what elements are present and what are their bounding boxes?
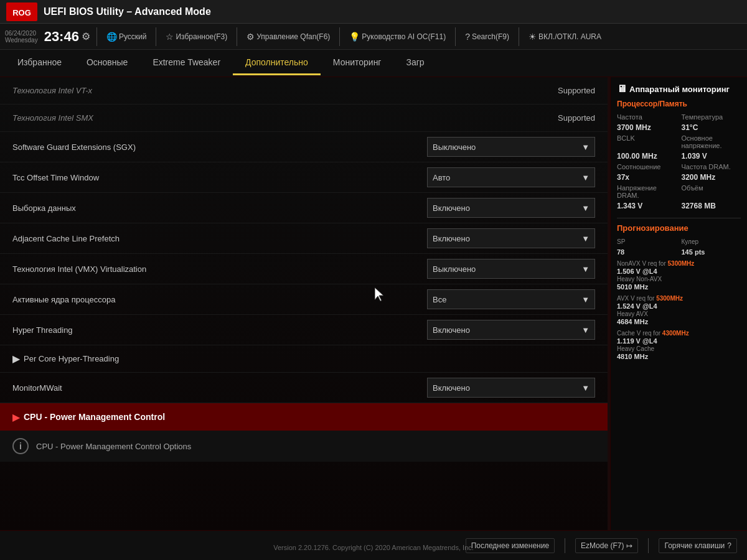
cache-label: Cache V req for 4300MHz [617, 329, 741, 337]
dram-voltage-value: 1.343 V [617, 202, 677, 210]
last-change-button[interactable]: Последнее изменение [466, 538, 555, 553]
data-sampling-value: Включено [433, 203, 470, 213]
aura-label: ВКЛ./ОТКЛ. AURA [538, 32, 601, 41]
forecast-grid: SP Кулер 78 145 pts [617, 238, 741, 256]
non-avx-label: NonAVX V req for 5300MHz [617, 259, 741, 268]
heavy-non-avx-value: 5010 MHz [617, 283, 741, 291]
freq-label: Частота [617, 113, 677, 121]
tcc-dropdown-arrow-icon: ▼ [581, 173, 590, 182]
adjacent-cache-label: Adjacent Cache Line Prefetch [12, 234, 427, 243]
hyper-threading-arrow-icon: ▼ [581, 325, 590, 335]
dram-voltage-label: Напряжение DRAM. [617, 184, 677, 199]
setting-active-cores: Активные ядра процессора Все ▼ [0, 284, 608, 315]
fan-icon: ⚙ [247, 32, 255, 42]
vmx-value: Выключено [433, 264, 476, 274]
monitor-mwait-select[interactable]: Включено ▼ [427, 378, 595, 398]
heavy-cache-value: 4810 MHz [617, 353, 741, 360]
sidebar-divider [617, 218, 741, 218]
cpu-power-mgmt-section[interactable]: ▶ CPU - Power Management Control [0, 403, 608, 431]
cache-row: Cache V req for 4300MHz 1.119 V @L4 Heav… [617, 329, 741, 360]
dram-size-label: Объём [682, 184, 741, 199]
adjacent-cache-select[interactable]: Включено ▼ [427, 228, 595, 248]
last-change-label: Последнее изменение [471, 541, 549, 550]
date-label: 06/24/2020Wednesday [5, 30, 38, 44]
tcc-select[interactable]: Авто ▼ [427, 167, 595, 187]
dram-freq-value: 3200 MHz [682, 173, 741, 182]
bclk-label: BCLK [617, 134, 677, 149]
cooler-value: 145 pts [682, 248, 741, 256]
settings-icon[interactable]: ⚙ [82, 30, 90, 42]
hardware-monitor-title: 🖥 Аппаратный мониторинг [617, 83, 741, 95]
hyper-threading-select[interactable]: Включено ▼ [427, 320, 595, 340]
ezmode-button[interactable]: EzMode (F7) ↦ [575, 538, 638, 553]
aura-button[interactable]: ☀ ВКЛ./ОТКЛ. AURA [525, 30, 604, 43]
favorites-label: Избранное(F3) [176, 32, 227, 41]
tab-main[interactable]: Основные [74, 51, 140, 75]
status-divider-2 [156, 27, 156, 46]
favorites-button[interactable]: ☆ Избранное(F3) [162, 30, 230, 43]
data-sampling-select[interactable]: Включено ▼ [427, 198, 595, 218]
cache-freq: 4300MHz [662, 330, 689, 337]
sgx-dropdown-arrow-icon: ▼ [581, 142, 590, 152]
smx-value: Supported [471, 113, 595, 123]
setting-hyper-threading: Hyper Threading Включено ▼ [0, 315, 608, 345]
hardware-stats-grid: Частота Температура 3700 MHz 31°C BCLK О… [617, 113, 741, 210]
per-core-ht-label: Per Core Hyper-Threading [24, 354, 595, 363]
status-bar: 06/24/2020Wednesday 23:46 ⚙ 🌐 Русский ☆ … [0, 24, 747, 50]
info-text: CPU - Power Management Control Options [36, 442, 191, 451]
main-content: Технология Intel VT-x Supported Технолог… [0, 77, 747, 530]
ratio-value: 37x [617, 173, 677, 182]
sgx-select[interactable]: Выключено ▼ [427, 137, 595, 157]
bclk-value: 100.00 MHz [617, 152, 677, 161]
adjacent-cache-arrow-icon: ▼ [581, 234, 590, 243]
bottom-divider-2 [648, 538, 649, 553]
info-row: i CPU - Power Management Control Options [0, 431, 608, 462]
ai-oc-label: Руководство AI OC(F11) [362, 32, 446, 41]
base-voltage-label: Основное напряжение. [682, 134, 741, 149]
bottom-divider-1 [565, 538, 565, 553]
vt-x-label: Технология Intel VT-x [12, 86, 471, 95]
dram-freq-label: Частота DRAM. [682, 163, 741, 170]
adjacent-cache-value: Включено [433, 234, 470, 243]
search-button[interactable]: ? Search(F9) [462, 30, 512, 43]
tcc-select-value: Авто [433, 173, 450, 182]
non-avx-freq: 5300MHz [668, 260, 695, 267]
language-button[interactable]: 🌐 Русский [103, 30, 150, 43]
temp-value: 31°C [682, 123, 741, 132]
tcc-label: Tcc Offset Time Window [12, 173, 427, 182]
vmx-arrow-icon: ▼ [581, 264, 590, 274]
dram-size-value: 32768 MB [682, 202, 741, 210]
tab-boot[interactable]: Загр [393, 51, 436, 75]
tab-extreme-tweaker[interactable]: Extreme Tweaker [140, 51, 233, 75]
avx-label: AVX V req for 5300MHz [617, 294, 741, 302]
hotkeys-icon: ? [727, 541, 731, 550]
globe-icon: 🌐 [106, 32, 117, 42]
cache-voltage: 1.119 V @L4 [617, 337, 741, 345]
language-label: Русский [119, 32, 147, 41]
monitor-mwait-label: MonitorMWait [12, 383, 427, 393]
vmx-select[interactable]: Выключено ▼ [427, 259, 595, 279]
tab-favorites[interactable]: Избранное [5, 51, 74, 75]
avx-row: AVX V req for 5300MHz 1.524 V @L4 Heavy … [617, 294, 741, 325]
non-avx-voltage: 1.506 V @L4 [617, 268, 741, 275]
svg-text:ROG: ROG [12, 8, 31, 17]
date-time-display: 06/24/2020Wednesday [5, 30, 38, 44]
setting-per-core-ht[interactable]: ▶ Per Core Hyper-Threading [0, 345, 608, 373]
search-icon: ? [465, 32, 470, 42]
setting-smx: Технология Intel SMX Supported [0, 105, 608, 132]
active-cores-select[interactable]: Все ▼ [427, 289, 595, 309]
base-voltage-value: 1.039 V [682, 152, 741, 161]
qfan-button[interactable]: ⚙ Управление Qfan(F6) [243, 30, 333, 43]
per-core-ht-arrow-icon: ▶ [12, 353, 20, 365]
hotkeys-button[interactable]: Горячие клавиши ? [659, 538, 737, 553]
tab-advanced[interactable]: Дополнительно [233, 51, 321, 75]
active-cores-value: Все [433, 295, 446, 304]
ai-oc-button[interactable]: 💡 Руководство AI OC(F11) [346, 30, 449, 43]
setting-sgx: Software Guard Extensions (SGX) Выключен… [0, 132, 608, 162]
active-cores-label: Активные ядра процессора [12, 295, 427, 304]
clock-time: 23:46 [44, 30, 79, 44]
data-sampling-arrow-icon: ▼ [581, 203, 590, 213]
section-label: CPU - Power Management Control [24, 412, 165, 422]
star-icon: ☆ [166, 32, 174, 42]
tab-monitor[interactable]: Мониторинг [321, 51, 394, 75]
